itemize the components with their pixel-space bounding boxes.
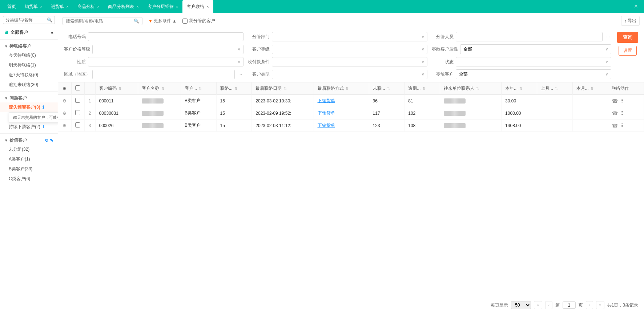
next-page-btn[interactable]: › — [586, 301, 593, 309]
tab-purchase[interactable]: 进货单 × — [47, 0, 73, 13]
filter-phone-input[interactable] — [88, 32, 243, 41]
row-contacts-0 — [440, 95, 501, 107]
row-contacts-1 — [440, 107, 501, 119]
col-code[interactable]: 客户编码 ⇅ — [95, 82, 138, 95]
tab-sales[interactable]: 销货单 × — [20, 0, 47, 13]
sidebar-all-customers[interactable]: ⊞ 全部客户 « — [0, 27, 58, 38]
sort-level-icon: ⇅ — [199, 86, 202, 90]
sidebar-group-pending-title[interactable]: ▼ 待联络客户 — [0, 41, 58, 50]
select-all-checkbox[interactable] — [75, 85, 80, 90]
row-last-month-0 — [537, 95, 572, 107]
filter-more-btn[interactable]: ▼ 更多条件 ▲ — [145, 16, 180, 25]
row-contact-0: 15 — [216, 95, 252, 107]
sidebar-item-class-b[interactable]: B类客户(33) — [0, 164, 58, 174]
tab-bar: 首页 销货单 × 进货单 × 商品分析 × 商品分析列表 × 客户分层经营 × … — [0, 0, 644, 13]
toolbar-search-icon[interactable]: 🔍 — [134, 19, 139, 24]
tab-analysis-list-close[interactable]: × — [136, 4, 138, 9]
sidebar-item-declining[interactable]: 持续下滑客户(2) ℹ — [0, 122, 58, 132]
filter-status-select[interactable]: ∨ — [456, 57, 611, 66]
filter-phone: 电话号码 — [64, 32, 243, 41]
sidebar-item-ungrouped[interactable]: 未分组(32) — [0, 145, 58, 154]
filter-cust-level-select[interactable]: ∨ — [272, 45, 427, 54]
staff-more-dots[interactable]: ··· — [605, 34, 611, 39]
window-close-button[interactable]: × — [631, 1, 641, 12]
sidebar-item-overdue[interactable]: 逾期未联络(30) — [0, 80, 58, 90]
row-settings-1[interactable]: ⚙ — [58, 107, 71, 119]
sidebar-item-churn-pred[interactable]: 流失预警客户(3) ℹ — [0, 102, 58, 112]
tab-sales-close[interactable]: × — [40, 4, 42, 9]
tab-segment-close[interactable]: × — [176, 4, 178, 9]
sort-method-icon: ⇅ — [346, 86, 349, 90]
tab-customer-contact[interactable]: 客户联络 × — [182, 0, 213, 13]
tab-analysis-close[interactable]: × — [97, 4, 99, 9]
col-this-month[interactable]: 本月... ⇅ — [572, 82, 608, 95]
edit-icon-value[interactable]: ✎ — [50, 138, 53, 143]
sidebar-item-class-c[interactable]: C类客户(6) — [0, 174, 58, 184]
filter-cust-type-select[interactable]: ∨ — [272, 70, 427, 79]
sidebar-item-class-a[interactable]: A类客户(1) — [0, 154, 58, 164]
row-checkbox-2[interactable] — [75, 122, 80, 127]
col-settings[interactable]: ⚙ — [58, 82, 71, 95]
filter-payment-select[interactable]: ∨ — [272, 57, 427, 66]
col-level[interactable]: 客户... ⇅ — [181, 82, 216, 95]
filter-zero-cust-select[interactable]: 全部 ∨ — [456, 69, 611, 79]
query-button[interactable]: 查询 — [617, 32, 638, 43]
row-settings-2[interactable]: ⚙ — [58, 119, 71, 132]
filter-dept-select[interactable]: ∨ — [272, 32, 427, 41]
sidebar-item-churned[interactable]: 已流失客户(24) ℹ — [0, 112, 58, 122]
tab-analysis[interactable]: 商品分析 × — [73, 0, 104, 13]
sidebar-item-tomorrow[interactable]: 明天待联络(1) — [0, 60, 58, 70]
row-this-year-1: 1000.00 — [502, 107, 537, 119]
col-this-year[interactable]: 本年... ⇅ — [502, 82, 537, 95]
action-contact-icon-2[interactable]: ☎ — [612, 123, 618, 129]
per-page-select[interactable]: 50 100 200 — [511, 301, 531, 309]
action-contact-icon-1[interactable]: ☎ — [612, 110, 618, 116]
row-code-0: 000011 — [95, 95, 138, 107]
row-settings-0[interactable]: ⚙ — [58, 95, 71, 107]
sort-overdue-icon: ⇅ — [423, 86, 426, 90]
filter-region-select[interactable] — [92, 70, 235, 79]
col-last-date[interactable]: 最后联络日期 ⇅ — [252, 82, 314, 95]
prev-page-btn[interactable]: ‹ — [545, 301, 552, 309]
first-page-btn[interactable]: « — [534, 301, 542, 309]
action-more-icon-1[interactable]: ⠿ — [620, 110, 624, 116]
col-uncontact[interactable]: 未联... ⇅ — [369, 82, 404, 95]
col-name[interactable]: 客户名称 ⇅ — [138, 82, 181, 95]
tab-purchase-close[interactable]: × — [66, 4, 68, 9]
sidebar-item-week[interactable]: 近7天待联络(0) — [0, 70, 58, 80]
row-checkbox-0[interactable] — [75, 98, 80, 103]
col-overdue[interactable]: 逾期... ⇅ — [404, 82, 440, 95]
filter-row-3: 性质 ∨ 收付款条件 ∨ — [64, 57, 611, 66]
filter-staff-select[interactable] — [456, 32, 603, 41]
tab-customer-segment[interactable]: 客户分层经营 × — [143, 0, 182, 13]
filter-zero-attr-select[interactable]: 全部 ∨ — [460, 44, 611, 54]
refresh-icon-value[interactable]: ↻ — [45, 138, 48, 143]
tab-home[interactable]: 首页 — [3, 0, 20, 13]
sidebar-search-icon[interactable]: 🔍 — [47, 17, 52, 23]
sidebar-group-risk-title[interactable]: ▼ 问题客户 — [0, 93, 58, 102]
col-last-method[interactable]: 最后联络方式 ⇅ — [314, 82, 369, 95]
toolbar-search-input[interactable] — [66, 19, 132, 24]
action-more-icon-0[interactable]: ⠿ — [620, 98, 624, 104]
tab-analysis-list[interactable]: 商品分析列表 × — [104, 0, 143, 13]
col-last-month[interactable]: 上月... ⇅ — [537, 82, 572, 95]
action-contact-icon-0[interactable]: ☎ — [612, 98, 618, 104]
action-more-icon-2[interactable]: ⠿ — [620, 123, 624, 129]
settings-button[interactable]: 设置 — [619, 46, 637, 56]
last-page-btn[interactable]: » — [596, 301, 604, 309]
sidebar-collapse-icon[interactable]: « — [51, 30, 53, 35]
col-contacts[interactable]: 往来单位联系人 ⇅ — [440, 82, 501, 95]
sidebar-search-area: 🔍 — [0, 13, 58, 27]
export-button[interactable]: ↑ 导出 — [621, 16, 640, 26]
filter-price-select[interactable]: ∨ — [92, 45, 243, 54]
sidebar-item-today[interactable]: 今天待联络(0) — [0, 50, 58, 60]
my-customers-check[interactable] — [182, 19, 188, 24]
sidebar-group-value-title[interactable]: ▼ 价值客户 ↻ ✎ — [0, 135, 58, 145]
filter-gender-select[interactable]: ∨ — [88, 57, 243, 66]
page-input[interactable] — [563, 301, 576, 309]
sort-tmonth-icon: ⇅ — [591, 86, 593, 90]
region-more-dots[interactable]: ··· — [237, 72, 243, 77]
row-checkbox-1[interactable] — [75, 110, 80, 115]
tab-contact-close[interactable]: × — [206, 4, 209, 9]
col-contact[interactable]: 联络... ⇅ — [216, 82, 252, 95]
